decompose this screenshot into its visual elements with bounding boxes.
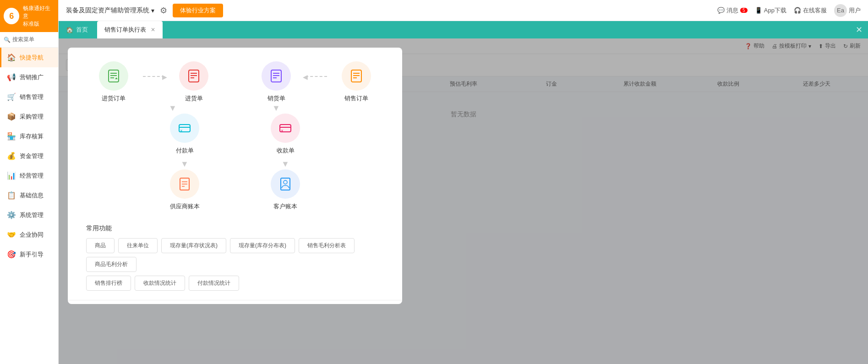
system-title-text: 装备及固定资产辅助管理系统 [66, 6, 149, 15]
download-icon: 📱 [755, 7, 762, 14]
message-icon: 💬 [717, 7, 725, 14]
flow-payment[interactable]: ¥ 付款单 [157, 114, 212, 155]
sidebar-item-sales[interactable]: 🛒 销售管理 [0, 87, 58, 107]
sidebar-item-enterprise[interactable]: 🤝 企业协同 [0, 225, 58, 244]
purchase-icon: 📦 [7, 112, 16, 121]
sidebar-item-inventory[interactable]: 🏪 库存核算 [0, 126, 58, 146]
marketing-icon: 📢 [7, 73, 16, 81]
flow-sales-order[interactable]: 销售订单 [329, 61, 384, 103]
flow-diagram: 进货订单 ▶ 进货单 [68, 48, 402, 224]
purchase-order-icon [99, 61, 128, 91]
experience-btn[interactable]: 体验行业方案 [173, 4, 223, 17]
tab-bar: 🏠 首页 销售订单执行表 ✕ ✕ [59, 21, 868, 38]
sidebar-item-guide[interactable]: 🎯 新手引导 [0, 244, 58, 264]
system-title-dropdown[interactable]: 装备及固定资产辅助管理系统 ▾ [66, 6, 154, 15]
online-service-item[interactable]: 🎧 在线客服 [794, 6, 827, 15]
cf-buttons: 商品 往来单位 现存量(库存状况表) 现存量(库存分布表) 销售毛利分析表 商品… [86, 238, 384, 272]
arrow-down-payment: ▼ [180, 158, 189, 169]
app-download-item[interactable]: 📱 App下载 [755, 6, 786, 15]
common-functions: 常用功能 商品 往来单位 现存量(库存状况表) 现存量(库存分布表) 销售毛利分… [68, 224, 402, 300]
search-icon: 🔍 [4, 37, 11, 43]
cf-btn-stock-dist[interactable]: 现存量(库存分布表) [230, 238, 295, 253]
sales-icon: 🛒 [7, 92, 16, 101]
tab-close-icon[interactable]: ✕ [151, 27, 155, 33]
payment-icon: ¥ [170, 114, 199, 143]
customer-ledger-icon [271, 169, 300, 199]
sidebar: 6 畅康通好生意 标准版 🔍 搜索菜单 🏠 快捷导航 📢 营销推广 🛒 销售管理 [0, 0, 59, 364]
flow-customer-ledger[interactable]: 客户账本 [258, 169, 313, 211]
main-area: 装备及固定资产辅助管理系统 ▾ ⚙ 体验行业方案 💬 消息 5 📱 App下载 … [59, 0, 868, 364]
flow-receipt[interactable]: ¥ 收款单 [258, 114, 313, 155]
top-bar: 装备及固定资产辅助管理系统 ▾ ⚙ 体验行业方案 💬 消息 5 📱 App下载 … [59, 0, 868, 21]
cf-btn-receipt-stats[interactable]: 收款情况统计 [135, 276, 185, 291]
arrow-down-sales: ▼ [272, 103, 280, 114]
tab-sales-order[interactable]: 销售订单执行表 ✕ [97, 21, 163, 38]
cf-buttons-row2: 销售排行榜 收款情况统计 付款情况统计 [86, 276, 384, 291]
cf-btn-payment-stats[interactable]: 付款情况统计 [189, 276, 239, 291]
sidebar-item-operations[interactable]: 📊 经营管理 [0, 166, 58, 185]
flow-sales-bill[interactable]: 销货单 [249, 61, 304, 103]
svg-point-27 [284, 180, 287, 184]
flow-purchase-bill[interactable]: 进货单 [166, 61, 221, 103]
dropdown-arrow-icon: ▾ [151, 7, 154, 14]
operations-icon: 📊 [7, 171, 16, 180]
quick-guide-modal: 进货订单 ▶ 进货单 [68, 48, 402, 304]
svg-text:¥: ¥ [281, 129, 283, 132]
tab-home[interactable]: 🏠 首页 [59, 21, 95, 38]
sidebar-item-finance[interactable]: 💰 资金管理 [0, 146, 58, 166]
svg-text:¥: ¥ [180, 129, 182, 132]
sidebar-item-system[interactable]: ⚙️ 系统管理 [0, 205, 58, 225]
cf-btn-sales-profit[interactable]: 销售毛利分析表 [299, 238, 355, 253]
message-item[interactable]: 💬 消息 5 [717, 6, 748, 15]
search-menu[interactable]: 🔍 搜索菜单 [0, 32, 58, 48]
scroll-left-icon[interactable]: ◀ [86, 303, 90, 304]
cf-btn-product[interactable]: 商品 [86, 238, 115, 253]
cf-btn-product-profit[interactable]: 商品毛利分析 [86, 257, 136, 272]
system-icon: ⚙️ [7, 211, 16, 219]
arrow-down-receipt: ▼ [281, 158, 289, 169]
sidebar-item-purchase[interactable]: 📦 采购管理 [0, 107, 58, 126]
logo-text: 畅康通好生意 标准版 [23, 5, 55, 27]
tab-bar-close-icon[interactable]: ✕ [856, 25, 863, 35]
enterprise-icon: 🤝 [7, 230, 16, 239]
cf-title: 常用功能 [86, 224, 384, 233]
sidebar-nav: 🏠 快捷导航 📢 营销推广 🛒 销售管理 📦 采购管理 🏪 库存核算 💰 [0, 48, 58, 364]
flow-purchase-order[interactable]: 进货订单 [86, 61, 141, 103]
sidebar-item-marketing[interactable]: 📢 营销推广 [0, 67, 58, 87]
user-avatar: Ea [834, 4, 847, 17]
user-item[interactable]: Ea 用户 [834, 4, 861, 17]
logo-icon: 6 [4, 8, 19, 24]
supplier-ledger-icon [170, 169, 199, 199]
arrow-down-purchase: ▼ [169, 103, 177, 114]
modal-overlay: 进货订单 ▶ 进货单 [59, 38, 868, 364]
cf-btn-party[interactable]: 往来单位 [118, 238, 158, 253]
basic-info-icon: 📋 [7, 191, 16, 200]
settings-icon[interactable]: ⚙ [160, 5, 167, 16]
cf-btn-sales-rank[interactable]: 销售排行榜 [86, 276, 131, 291]
quick-nav-icon: 🏠 [7, 53, 16, 62]
service-icon: 🎧 [794, 7, 801, 14]
home-icon: 🏠 [66, 27, 73, 33]
guide-icon: 🎯 [7, 250, 16, 259]
sales-order-icon [342, 61, 371, 91]
scroll-right-icon[interactable]: ▶ [380, 303, 384, 304]
sales-bill-icon [262, 61, 291, 91]
cf-btn-stock-status[interactable]: 现存量(库存状况表) [161, 238, 226, 253]
receipt-icon: ¥ [271, 114, 300, 143]
purchase-bill-icon [179, 61, 208, 91]
content-area: ❓ 帮助 🖨 按模板打印 ▾ ⬆ 导出 ↻ 刷新 [59, 38, 868, 364]
inventory-icon: 🏪 [7, 132, 16, 141]
modal-scrollbar: ◀ ▶ [68, 300, 402, 304]
sidebar-item-basic-info[interactable]: 📋 基础信息 [0, 185, 58, 205]
sidebar-logo: 6 畅康通好生意 标准版 [0, 0, 58, 32]
finance-icon: 💰 [7, 152, 16, 160]
top-bar-right: 💬 消息 5 📱 App下载 🎧 在线客服 Ea 用户 [717, 4, 861, 17]
sidebar-item-quick-nav[interactable]: 🏠 快捷导航 [0, 48, 58, 67]
flow-supplier-ledger[interactable]: 供应商账本 [157, 169, 212, 211]
